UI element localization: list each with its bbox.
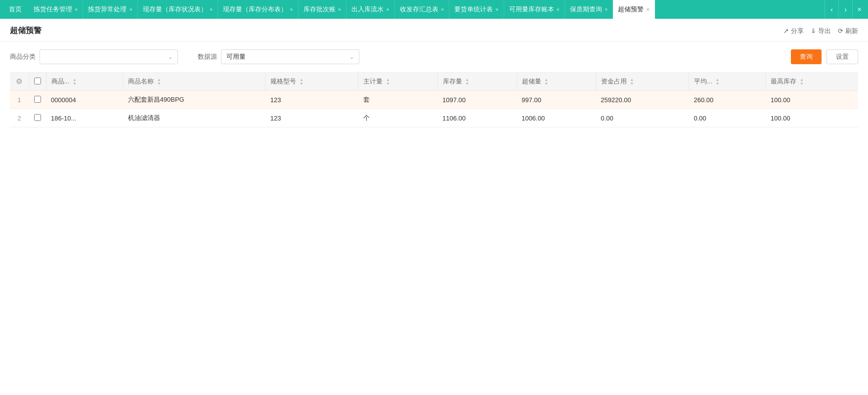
datasource-filter-group: 数据源 可用量 ⌄ (198, 49, 359, 64)
unit-cell: 套 (358, 91, 437, 109)
col-spec-header[interactable]: 规格型号 ▲▼ (265, 73, 358, 91)
settings-button[interactable]: 设置 (826, 49, 858, 64)
stock-cell: 1097.00 (437, 91, 517, 109)
stock-cell: 1106.00 (437, 109, 517, 127)
col-checkbox-header (29, 73, 46, 91)
tab-close-icon[interactable]: × (646, 6, 649, 12)
max-stock-cell: 100.00 (766, 109, 858, 127)
nav-bar: 首页 拣货任务管理 × 拣货异常处理 × 现存量（库存状况表） × 现存量（库存… (0, 0, 868, 19)
tab-close-icon[interactable]: × (75, 6, 78, 12)
max-stock-cell: 100.00 (766, 91, 858, 109)
unit-cell: 个 (358, 109, 437, 127)
sort-arrows[interactable]: ▲▼ (386, 78, 390, 86)
query-button[interactable]: 查询 (791, 49, 822, 64)
avg-cell: 260.00 (689, 91, 766, 109)
tab-batch-account[interactable]: 库存批次账 × (299, 0, 347, 19)
nav-arrows: ‹ › × (825, 0, 866, 19)
col-settings: ⚙ (10, 73, 29, 91)
tab-overstock-alert[interactable]: 超储预警 × (613, 0, 654, 19)
product-code-cell: 186-10... (46, 109, 123, 127)
tab-close-icon[interactable]: × (290, 6, 293, 12)
select-all-checkbox[interactable] (34, 78, 41, 84)
category-filter-group: 商品分类 ⌄ (10, 49, 178, 64)
col-stock-header[interactable]: 库存量 ▲▼ (437, 73, 517, 91)
sort-arrows[interactable]: ▲▼ (630, 78, 634, 86)
col-avg-header[interactable]: 平均... ▲▼ (689, 73, 766, 91)
spec-cell: 123 (265, 109, 358, 127)
tab-order-stats[interactable]: 要货单统计表 × (449, 0, 504, 19)
tab-shelf-life[interactable]: 保质期查询 × (565, 0, 613, 19)
nav-home[interactable]: 首页 (2, 0, 29, 19)
table-header-row: ⚙ 商品... ▲▼ 商品名称 ▲▼ 规格型号 ▲▼ (10, 73, 858, 91)
row-index: 2 (10, 109, 29, 127)
category-label: 商品分类 (10, 52, 36, 61)
row-checkbox[interactable] (34, 114, 41, 121)
refresh-button[interactable]: ⟳ 刷新 (838, 27, 858, 36)
table-body: 1 0000004 六配套新昌490BPG 123 套 1097.00 997.… (10, 91, 858, 127)
overstock-cell: 1006.00 (517, 109, 596, 127)
col-max-stock-header[interactable]: 最高库存 ▲▼ (766, 73, 858, 91)
sort-arrows[interactable]: ▲▼ (465, 78, 469, 86)
datasource-select[interactable]: 可用量 ⌄ (221, 49, 359, 64)
sort-arrows[interactable]: ▲▼ (544, 78, 548, 86)
tab-close-icon[interactable]: × (338, 6, 341, 12)
tab-fixture-mgmt[interactable]: 拣货任务管理 × (29, 0, 83, 19)
product-code-cell: 0000004 (46, 91, 123, 109)
gear-icon[interactable]: ⚙ (16, 77, 22, 85)
col-overstock-header[interactable]: 超储量 ▲▼ (517, 73, 596, 91)
avg-cell: 0.00 (689, 109, 766, 127)
product-name-cell: 机油滤清器 (123, 109, 265, 127)
capital-cell: 259220.00 (596, 91, 689, 109)
row-checkbox-cell (29, 109, 46, 127)
row-checkbox-cell (29, 91, 46, 109)
row-index: 1 (10, 91, 29, 109)
page-content: 超储预警 ➚ 分享 ⇓ 导出 ⟳ 刷新 商品分类 ⌄ 数据源 (0, 19, 868, 395)
page-title: 超储预警 (10, 26, 42, 36)
tab-stock-status[interactable]: 现存量（库存状况表） × (138, 0, 218, 19)
col-unit-header[interactable]: 主计量 ▲▼ (358, 73, 437, 91)
table-area: ⚙ 商品... ▲▼ 商品名称 ▲▼ 规格型号 ▲▼ (0, 73, 868, 127)
col-product-name-header[interactable]: 商品名称 ▲▼ (123, 73, 265, 91)
col-product-code-header[interactable]: 商品... ▲▼ (46, 73, 123, 91)
capital-cell: 0.00 (596, 109, 689, 127)
category-select[interactable]: ⌄ (40, 49, 178, 64)
sort-arrows[interactable]: ▲▼ (800, 78, 804, 86)
tab-close-icon[interactable]: × (129, 6, 132, 12)
sort-arrows[interactable]: ▲▼ (73, 78, 77, 86)
tab-close-icon[interactable]: × (557, 6, 560, 12)
tab-stock-dist[interactable]: 现存量（库存分布表） × (218, 0, 298, 19)
share-button[interactable]: ➚ 分享 (783, 27, 804, 36)
nav-close-button[interactable]: × (852, 0, 866, 19)
page-header: 超储预警 ➚ 分享 ⇓ 导出 ⟳ 刷新 (0, 19, 868, 41)
overstock-cell: 997.00 (517, 91, 596, 109)
header-actions: ➚ 分享 ⇓ 导出 ⟳ 刷新 (783, 27, 858, 36)
filter-area: 商品分类 ⌄ 数据源 可用量 ⌄ 查询 设置 (0, 41, 868, 72)
sort-arrows[interactable]: ▲▼ (300, 78, 304, 86)
export-button[interactable]: ⇓ 导出 (811, 27, 831, 36)
spec-cell: 123 (265, 91, 358, 109)
tab-inout-flow[interactable]: 出入库流水 × (347, 0, 394, 19)
tab-collect-summary[interactable]: 收发存汇总表 × (395, 0, 449, 19)
sort-arrows[interactable]: ▲▼ (715, 78, 719, 86)
filter-actions: 查询 设置 (791, 49, 858, 64)
chevron-down-icon: ⌄ (349, 54, 354, 60)
row-checkbox[interactable] (34, 96, 41, 103)
tab-fixture-abnormal[interactable]: 拣货异常处理 × (83, 0, 137, 19)
product-name-cell: 六配套新昌490BPG (123, 91, 265, 109)
tab-available-stock[interactable]: 可用量库存账本 × (504, 0, 565, 19)
tab-close-icon[interactable]: × (386, 6, 389, 12)
tab-close-icon[interactable]: × (605, 6, 608, 12)
nav-next-button[interactable]: › (838, 0, 852, 19)
datasource-select-value: 可用量 (226, 52, 246, 61)
share-icon: ➚ (783, 27, 789, 35)
data-table: ⚙ 商品... ▲▼ 商品名称 ▲▼ 规格型号 ▲▼ (10, 73, 858, 127)
sort-arrows[interactable]: ▲▼ (157, 78, 161, 86)
col-capital-header[interactable]: 资金占用 ▲▼ (596, 73, 689, 91)
tab-close-icon[interactable]: × (210, 6, 213, 12)
nav-prev-button[interactable]: ‹ (825, 0, 838, 19)
export-icon: ⇓ (811, 27, 816, 35)
datasource-label: 数据源 (198, 52, 217, 61)
chevron-down-icon: ⌄ (168, 54, 173, 60)
tab-close-icon[interactable]: × (495, 6, 498, 12)
tab-close-icon[interactable]: × (441, 6, 444, 12)
